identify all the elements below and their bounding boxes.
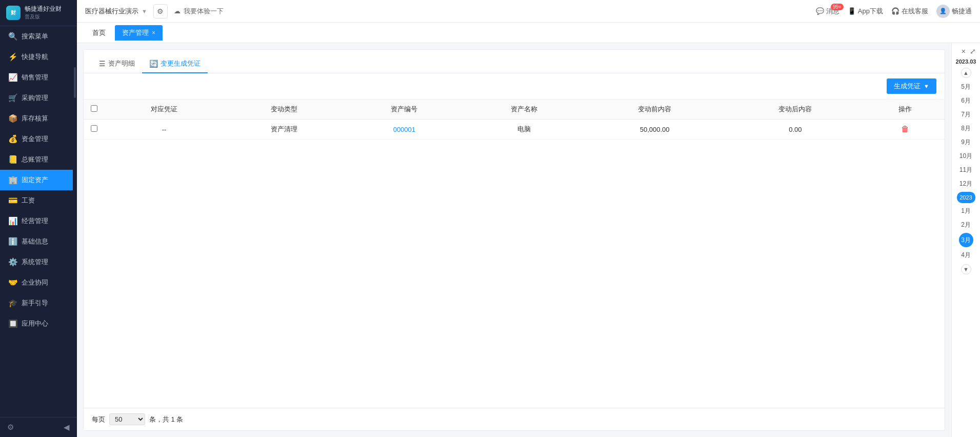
sub-tab-asset-detail[interactable]: ☰ 资产明细 — [92, 55, 142, 73]
row-checkbox[interactable] — [91, 125, 97, 132]
right-timeline-panel: × ⤢ 2023.03 ▲ 5月 6月 7月 8月 9月 10月 11月 12月… — [951, 43, 980, 437]
ledger-icon: 📒 — [8, 155, 17, 164]
sidebar-label-app-center: 应用中心 — [22, 319, 48, 328]
gear-button[interactable]: ⚙ — [153, 4, 168, 18]
scroll-nav-bottom: ▼ — [961, 262, 971, 276]
sidebar-label-purchase: 采购管理 — [22, 93, 48, 103]
sidebar-item-basic-info[interactable]: ℹ️ 基础信息 — [0, 231, 73, 252]
company-selector[interactable]: 医疗器械行业演示 ▼ — [85, 7, 147, 16]
month-8[interactable]: 8月 — [952, 122, 980, 135]
online-service-button[interactable]: 🎧 在线客服 — [891, 7, 928, 16]
fixed-assets-icon: 🏢 — [8, 175, 17, 185]
experience-button[interactable]: ☁ 我要体验一下 — [174, 7, 224, 16]
basic-info-icon: ℹ️ — [8, 237, 17, 246]
sidebar-label-quicknav: 快捷导航 — [22, 52, 48, 62]
scroll-up-button[interactable]: ▲ — [961, 68, 971, 78]
cloud-icon: ☁ — [174, 7, 181, 15]
funds-icon: 💰 — [8, 134, 17, 144]
month-6[interactable]: 6月 — [952, 94, 980, 108]
month-5[interactable]: 5月 — [952, 80, 980, 94]
sidebar-item-guide[interactable]: 🎓 新手引导 — [0, 293, 73, 313]
table-wrap: 对应凭证 变动类型 资产编号 资产名称 变动前内容 变动后内容 操作 — [84, 100, 945, 408]
company-dropdown-arrow: ▼ — [142, 8, 147, 14]
per-page-select[interactable]: 50 10 20 100 — [109, 413, 145, 425]
user-label: 畅捷通 — [952, 7, 972, 16]
sidebar-label-search: 搜索菜单 — [22, 32, 48, 41]
row-before-change: 50,000.00 — [585, 120, 725, 140]
month-9[interactable]: 9月 — [952, 135, 980, 149]
message-icon: 💬 — [816, 7, 824, 15]
sidebar-nav: 🔍 搜索菜单 ⚡ 快捷导航 📈 销售管理 🛒 采购管理 📦 库存核算 💰 — [0, 26, 73, 417]
generate-btn-arrow-icon: ▼ — [924, 83, 929, 89]
sidebar-item-operations[interactable]: 📊 经营管理 — [0, 211, 73, 231]
month-10[interactable]: 10月 — [952, 149, 980, 163]
sidebar-item-enterprise[interactable]: 🤝 企业协同 — [0, 272, 73, 293]
logo-text: 畅捷通好业财 — [25, 5, 62, 13]
generate-voucher-button[interactable]: 生成凭证 ▼ — [887, 78, 936, 94]
gear-icon: ⚙ — [157, 7, 164, 15]
col-asset-name: 资产名称 — [464, 100, 584, 120]
logo-sub: 普及版 — [25, 13, 62, 21]
settings-bottom-icon[interactable]: ⚙ — [7, 423, 14, 432]
sidebar-item-quick-nav[interactable]: ⚡ 快捷导航 — [0, 47, 73, 67]
sidebar-label-operations: 经营管理 — [22, 216, 48, 226]
scroll-down-button[interactable]: ▼ — [961, 264, 971, 274]
sub-tab-asset-detail-label: 资产明细 — [108, 59, 135, 68]
app-center-icon: 🔲 — [8, 319, 17, 328]
app-download-button[interactable]: 📱 App下载 — [848, 7, 883, 16]
sidebar-item-sales[interactable]: 📈 销售管理 — [0, 67, 73, 88]
salary-icon: 💳 — [8, 196, 17, 205]
messages-button[interactable]: 💬 消息 99+ — [816, 7, 839, 16]
app-download-label: App下载 — [858, 7, 883, 16]
sidebar-label-sales: 销售管理 — [22, 73, 48, 82]
delete-row-button[interactable]: 🗑 — [901, 125, 909, 133]
month-3-current[interactable]: 3月 — [959, 233, 973, 247]
sidebar-label-enterprise: 企业协同 — [22, 278, 48, 287]
scroll-nav-top: ▲ — [961, 66, 971, 80]
sidebar-item-fixed-assets[interactable]: 🏢 固定资产 — [0, 170, 73, 190]
sidebar-label-fixed-assets: 固定资产 — [22, 175, 48, 185]
row-action: 🗑 — [866, 120, 945, 140]
month-7[interactable]: 7月 — [952, 108, 980, 122]
tab-close-icon[interactable]: × — [152, 29, 155, 36]
month-2[interactable]: 2月 — [952, 218, 980, 232]
sidebar-item-system[interactable]: ⚙️ 系统管理 — [0, 252, 73, 272]
month-11[interactable]: 11月 — [952, 163, 980, 177]
quicknav-icon: ⚡ — [8, 52, 17, 62]
sidebar-item-salary[interactable]: 💳 工资 — [0, 190, 73, 211]
month-4[interactable]: 4月 — [952, 248, 980, 262]
row-after-change: 0.00 — [725, 120, 866, 140]
operations-icon: 📊 — [8, 216, 17, 226]
content-area: ☰ 资产明细 🔄 变更生成凭证 生成凭证 ▼ — [77, 43, 980, 437]
sidebar-bottom: ⚙ ◀ — [0, 417, 77, 437]
panel-expand-button[interactable]: ⤢ — [969, 46, 977, 56]
panel-close-button[interactable]: × — [961, 46, 967, 56]
sub-tab-change-voucher-label: 变更生成凭证 — [161, 59, 201, 68]
inventory-icon: 📦 — [8, 114, 17, 123]
messages-badge: 99+ — [831, 4, 844, 10]
sidebar-scrollbar-thumb — [74, 67, 76, 98]
sidebar-item-purchase[interactable]: 🛒 采购管理 — [0, 88, 73, 108]
sidebar-label-guide: 新手引导 — [22, 299, 48, 308]
col-after-change: 变动后内容 — [725, 100, 866, 120]
sidebar-item-ledger[interactable]: 📒 总账管理 — [0, 149, 73, 170]
row-voucher: -- — [104, 120, 224, 140]
panel-header: × ⤢ — [952, 43, 980, 56]
col-voucher: 对应凭证 — [104, 100, 224, 120]
sidebar-item-funds[interactable]: 💰 资金管理 — [0, 129, 73, 149]
month-12[interactable]: 12月 — [952, 177, 980, 191]
total-text: 条，共 1 条 — [149, 415, 183, 424]
user-menu[interactable]: 👤 畅捷通 — [936, 5, 972, 18]
collapse-icon[interactable]: ◀ — [64, 423, 70, 432]
sidebar-item-inventory[interactable]: 📦 库存核算 — [0, 108, 73, 129]
sidebar-item-app-center[interactable]: 🔲 应用中心 — [0, 313, 73, 334]
table-row: -- 资产清理 000001 电脑 50,000.00 0.00 🗑 — [84, 120, 945, 140]
tab-asset-management[interactable]: 资产管理 × — [115, 25, 163, 41]
row-checkbox-cell — [84, 120, 104, 140]
sidebar-item-search[interactable]: 🔍 搜索菜单 — [0, 26, 73, 47]
month-1[interactable]: 1月 — [952, 204, 980, 218]
sub-tab-change-voucher[interactable]: 🔄 变更生成凭证 — [142, 55, 208, 73]
select-all-checkbox[interactable] — [91, 105, 97, 112]
tab-home[interactable]: 首页 — [85, 25, 113, 41]
sidebar-label-salary: 工资 — [22, 196, 35, 205]
